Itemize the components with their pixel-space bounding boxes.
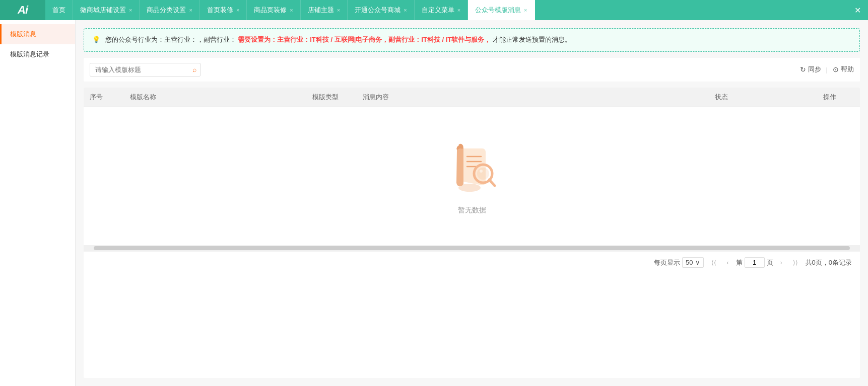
divider: | <box>826 66 828 73</box>
page-label: 第 <box>736 258 743 267</box>
main-layout: 模版消息 模版消息记录 💡 您的公众号行业为：主营行业：，副营行业： 需要设置为… <box>0 20 868 386</box>
close-all-button[interactable]: ✕ <box>847 6 868 15</box>
prev-page-button[interactable]: ‹ <box>722 257 734 269</box>
search-right: ↻ 同步 | ⊙ 帮助 <box>800 65 854 74</box>
page-nav: ⟨⟨ ‹ 第 页 › ⟩⟩ <box>708 257 802 269</box>
empty-text: 暂无数据 <box>458 206 486 215</box>
help-icon: ⊙ <box>833 65 839 73</box>
help-button[interactable]: ⊙ 帮助 <box>833 65 854 74</box>
scrollbar-thumb[interactable] <box>94 246 850 250</box>
page-size-dropdown[interactable]: 50 ∨ <box>682 257 703 268</box>
sync-button[interactable]: ↻ 同步 <box>800 65 821 74</box>
table-header: 序号 模版名称 模版类型 消息内容 状态 操作 <box>84 88 860 107</box>
sync-icon: ↻ <box>800 65 806 73</box>
topbar: Ai 首页 微商城店铺设置 × 商品分类设置 × 首页装修 × 商品页装修 × … <box>0 0 868 20</box>
sidebar: 模版消息 模版消息记录 <box>0 20 76 386</box>
tab-custom-menu[interactable]: 自定义菜单 × <box>415 0 468 20</box>
close-tab-shop-settings[interactable]: × <box>129 7 132 13</box>
page-total: 共0页，0条记录 <box>806 258 852 267</box>
content-area: 💡 您的公众号行业为：主营行业：，副营行业： 需要设置为：主营行业：IT科技 /… <box>76 20 868 386</box>
tab-product-category[interactable]: 商品分类设置 × <box>140 0 199 20</box>
close-tab-home-decor[interactable]: × <box>236 7 239 13</box>
sync-label: 同步 <box>808 65 821 74</box>
tab-home[interactable]: 首页 <box>45 0 73 20</box>
th-type: 模版类型 <box>306 88 357 107</box>
info-banner-highlight: 需要设置为：主营行业：IT科技 / 互联网|电子商务，副营行业：IT科技 / I… <box>238 36 491 43</box>
tab-template-msg[interactable]: 公众号模版消息 × <box>468 0 535 20</box>
chevron-down-icon: ∨ <box>695 259 700 266</box>
th-content: 消息内容 <box>357 88 709 107</box>
search-input[interactable] <box>90 63 201 76</box>
page-size-select: 每页显示 50 ∨ <box>654 257 703 268</box>
th-name: 模版名称 <box>124 88 306 107</box>
logo: Ai <box>0 0 45 20</box>
pagination: 每页显示 50 ∨ ⟨⟨ ‹ 第 页 <box>84 251 860 274</box>
close-tab-template-msg[interactable]: × <box>524 7 527 13</box>
close-tab-open-mall[interactable]: × <box>404 7 407 13</box>
empty-state: 暂无数据 <box>84 107 860 245</box>
tab-shop-theme[interactable]: 店铺主题 × <box>301 0 348 20</box>
th-status: 状态 <box>709 88 799 107</box>
th-action: 操作 <box>799 88 860 107</box>
close-tab-product-decor[interactable]: × <box>290 7 293 13</box>
info-banner: 💡 您的公众号行业为：主营行业：，副营行业： 需要设置为：主营行业：IT科技 /… <box>84 28 860 52</box>
prev-page-icon: ‹ <box>727 259 729 266</box>
info-banner-prefix: 您的公众号行业为：主营行业：，副营行业： <box>105 36 236 43</box>
close-tab-shop-theme[interactable]: × <box>337 7 340 13</box>
next-page-button[interactable]: › <box>775 257 787 269</box>
sidebar-item-template-msg[interactable]: 模版消息 <box>0 24 75 44</box>
search-area: ⌕ ↻ 同步 | ⊙ 帮助 <box>84 58 860 82</box>
svg-point-5 <box>477 168 489 180</box>
empty-illustration <box>442 137 502 198</box>
last-page-icon: ⟩⟩ <box>793 259 798 266</box>
page-number-input[interactable] <box>745 257 765 268</box>
search-left: ⌕ <box>90 63 201 76</box>
tab-home-decor[interactable]: 首页装修 × <box>200 0 247 20</box>
info-banner-suffix: 才能正常发送预置的消息。 <box>493 36 571 43</box>
help-label: 帮助 <box>841 65 854 74</box>
data-table: 序号 模版名称 模版类型 消息内容 状态 操作 <box>84 88 860 378</box>
last-page-button[interactable]: ⟩⟩ <box>789 257 802 269</box>
svg-line-6 <box>489 180 495 186</box>
bulb-icon: 💡 <box>92 36 100 43</box>
tab-product-decor[interactable]: 商品页装修 × <box>247 0 300 20</box>
first-page-icon: ⟨⟨ <box>711 259 716 266</box>
page-suffix: 页 <box>767 258 773 267</box>
search-icon[interactable]: ⌕ <box>192 65 196 73</box>
search-input-wrap: ⌕ <box>90 63 201 76</box>
horizontal-scrollbar[interactable] <box>84 245 860 251</box>
tab-shop-settings[interactable]: 微商城店铺设置 × <box>73 0 140 20</box>
first-page-button[interactable]: ⟨⟨ <box>708 257 720 269</box>
next-page-icon: › <box>780 259 782 266</box>
close-tab-custom-menu[interactable]: × <box>457 7 460 13</box>
svg-point-7 <box>480 170 483 173</box>
page-size-value: 50 <box>686 259 693 266</box>
th-index: 序号 <box>84 88 124 107</box>
close-tab-product-category[interactable]: × <box>189 7 192 13</box>
per-page-label: 每页显示 <box>654 258 680 267</box>
tab-open-mall[interactable]: 开通公众号商城 × <box>348 0 414 20</box>
sidebar-item-template-record[interactable]: 模版消息记录 <box>0 44 75 64</box>
